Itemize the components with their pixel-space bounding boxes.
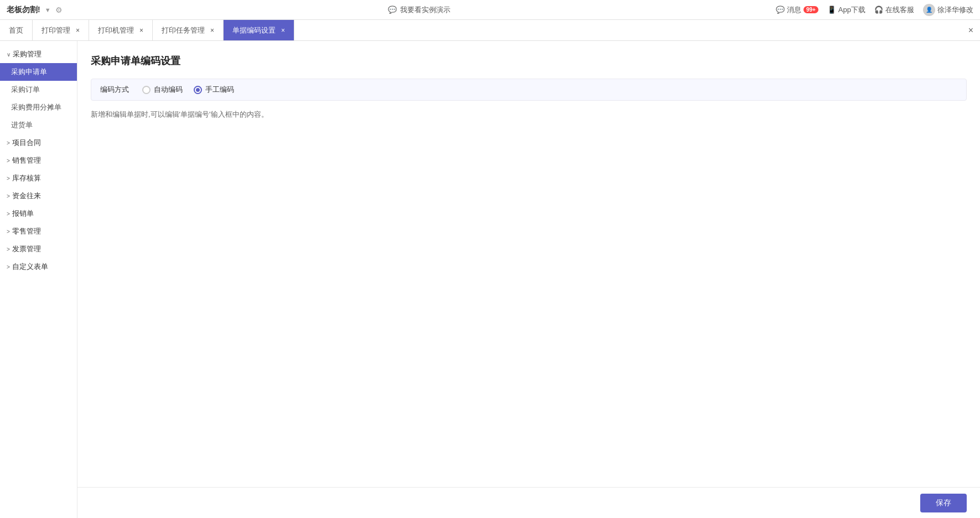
window-close-button[interactable]: ×	[968, 25, 973, 35]
main-content: 采购申请单编码设置 编码方式 自动编码 手工编码 新增和编辑单据时,可以编辑'单…	[77, 41, 980, 518]
headset-icon: 🎧	[874, 6, 883, 14]
sidebar-item-purchase-expense-label: 采购费用分摊单	[11, 102, 61, 112]
sidebar-item-stock-in[interactable]: 进货单	[0, 116, 77, 134]
footer-bar: 保存	[77, 487, 980, 518]
sidebar-group-custom-forms-header[interactable]: > 自定义表单	[0, 258, 77, 276]
tab-barcode-setting-close[interactable]: ×	[281, 27, 285, 34]
top-bar-center: 💬 我要看实例演示	[388, 5, 450, 15]
logo-text: 老板勿割!	[7, 5, 40, 15]
tab-print-task-close[interactable]: ×	[210, 27, 214, 34]
user-name: 徐泽华修改	[937, 5, 973, 15]
chat-icon: 💬	[388, 6, 397, 14]
app-download-item[interactable]: 📱 App下载	[827, 5, 865, 15]
tab-bar: 首页 打印管理 × 打印机管理 × 打印任务管理 × 单据编码设置 × ×	[0, 20, 980, 41]
tab-home-label: 首页	[9, 25, 23, 35]
sidebar-group-retail-header[interactable]: > 零售管理	[0, 222, 77, 240]
top-bar: 老板勿割! ▼ ⚙ 💬 我要看实例演示 💬 消息 99+ 📱 App下载 🎧 在…	[0, 0, 980, 20]
sidebar-item-stock-in-label: 进货单	[11, 120, 33, 130]
save-button[interactable]: 保存	[920, 494, 967, 512]
coding-section: 编码方式 自动编码 手工编码	[91, 79, 967, 101]
sidebar-group-retail: > 零售管理	[0, 222, 77, 240]
phone-icon: 📱	[827, 6, 836, 14]
user-profile[interactable]: 👤 徐泽华修改	[923, 4, 973, 16]
tab-print-task-label: 打印任务管理	[162, 25, 205, 35]
sidebar-group-returns-label: 报销单	[12, 209, 34, 219]
sidebar-group-project-header[interactable]: > 项目合同	[0, 134, 77, 152]
sidebar-group-sales: > 销售管理	[0, 152, 77, 169]
sidebar-group-inventory: > 库存核算	[0, 169, 77, 187]
sidebar-item-purchase-order-label: 采购订单	[11, 85, 40, 95]
app-download-label: App下载	[838, 5, 865, 15]
sidebar: ∨ 采购管理 采购申请单 采购订单 采购费用分摊单 进货单 > 项目合同	[0, 41, 77, 518]
message-icon: 💬	[776, 6, 785, 14]
sidebar-group-purchase-label: 采购管理	[13, 49, 42, 59]
tab-barcode-setting[interactable]: 单据编码设置 ×	[224, 20, 294, 40]
online-service-item[interactable]: 🎧 在线客服	[874, 5, 914, 15]
sidebar-group-sales-label: 销售管理	[12, 156, 41, 165]
message-label: 消息	[787, 5, 801, 15]
avatar: 👤	[923, 4, 935, 16]
content-area: 采购申请单编码设置 编码方式 自动编码 手工编码 新增和编辑单据时,可以编辑'单…	[77, 41, 980, 487]
sidebar-group-capital-header[interactable]: > 资金往来	[0, 187, 77, 205]
top-bar-right: 💬 消息 99+ 📱 App下载 🎧 在线客服 👤 徐泽华修改	[776, 4, 973, 16]
sidebar-group-invoice-header[interactable]: > 发票管理	[0, 240, 77, 258]
tab-home[interactable]: 首页	[0, 20, 33, 40]
sidebar-group-capital: > 资金往来	[0, 187, 77, 205]
sidebar-group-retail-label: 零售管理	[12, 226, 41, 236]
tab-print-mgmt-label: 打印管理	[42, 25, 70, 35]
tab-print-mgmt-close[interactable]: ×	[76, 27, 80, 34]
arrow-icon: ∨	[7, 51, 11, 58]
radio-group: 自动编码 手工编码	[142, 85, 234, 95]
page-title: 采购申请单编码设置	[91, 54, 967, 68]
gear-icon[interactable]: ⚙	[55, 6, 63, 14]
arrow-icon: >	[7, 158, 10, 164]
sidebar-group-purchase: ∨ 采购管理 采购申请单 采购订单 采购费用分摊单 进货单	[0, 45, 77, 134]
online-service-label: 在线客服	[885, 5, 914, 15]
sidebar-group-capital-label: 资金往来	[12, 191, 41, 201]
sidebar-group-sales-header[interactable]: > 销售管理	[0, 152, 77, 169]
tab-print-mgmt[interactable]: 打印管理 ×	[33, 20, 89, 40]
sidebar-group-project-label: 项目合同	[12, 138, 41, 148]
chevron-down-icon[interactable]: ▼	[45, 7, 51, 13]
top-bar-left: 老板勿割! ▼ ⚙	[7, 5, 63, 15]
radio-auto-coding[interactable]: 自动编码	[142, 85, 183, 95]
tab-barcode-setting-label: 单据编码设置	[232, 25, 276, 35]
message-item[interactable]: 💬 消息 99+	[776, 5, 818, 15]
sidebar-group-inventory-header[interactable]: > 库存核算	[0, 169, 77, 187]
demo-text[interactable]: 我要看实例演示	[400, 5, 450, 15]
tab-print-task[interactable]: 打印任务管理 ×	[153, 20, 224, 40]
sidebar-group-custom-forms: > 自定义表单	[0, 258, 77, 276]
arrow-icon: >	[7, 211, 10, 217]
arrow-icon: >	[7, 193, 10, 199]
tab-printer-mgmt-label: 打印机管理	[98, 25, 134, 35]
layout: ∨ 采购管理 采购申请单 采购订单 采购费用分摊单 进货单 > 项目合同	[0, 41, 980, 518]
arrow-icon: >	[7, 140, 10, 146]
sidebar-group-project: > 项目合同	[0, 134, 77, 152]
sidebar-item-purchase-order[interactable]: 采购订单	[0, 81, 77, 99]
hint-text: 新增和编辑单据时,可以编辑'单据编号'输入框中的内容。	[91, 110, 967, 120]
sidebar-item-purchase-request-label: 采购申请单	[11, 67, 47, 77]
sidebar-group-custom-forms-label: 自定义表单	[12, 262, 48, 272]
arrow-icon: >	[7, 246, 10, 252]
radio-auto-circle	[142, 86, 151, 94]
sidebar-group-invoice-label: 发票管理	[12, 244, 41, 254]
auto-coding-label: 自动编码	[154, 85, 183, 95]
arrow-icon: >	[7, 229, 10, 235]
coding-label: 编码方式	[100, 85, 129, 95]
arrow-icon: >	[7, 175, 10, 182]
sidebar-item-purchase-request[interactable]: 采购申请单	[0, 63, 77, 81]
sidebar-group-returns: > 报销单	[0, 205, 77, 222]
sidebar-item-purchase-expense[interactable]: 采购费用分摊单	[0, 99, 77, 116]
radio-manual-circle	[194, 86, 202, 94]
sidebar-group-purchase-header[interactable]: ∨ 采购管理	[0, 45, 77, 63]
tab-printer-mgmt-close[interactable]: ×	[139, 27, 143, 34]
manual-coding-label: 手工编码	[205, 85, 234, 95]
sidebar-group-inventory-label: 库存核算	[12, 173, 41, 183]
sidebar-group-returns-header[interactable]: > 报销单	[0, 205, 77, 222]
message-badge: 99+	[803, 6, 818, 13]
radio-manual-coding[interactable]: 手工编码	[194, 85, 234, 95]
arrow-icon: >	[7, 264, 10, 270]
tab-printer-mgmt[interactable]: 打印机管理 ×	[89, 20, 153, 40]
sidebar-group-invoice: > 发票管理	[0, 240, 77, 258]
